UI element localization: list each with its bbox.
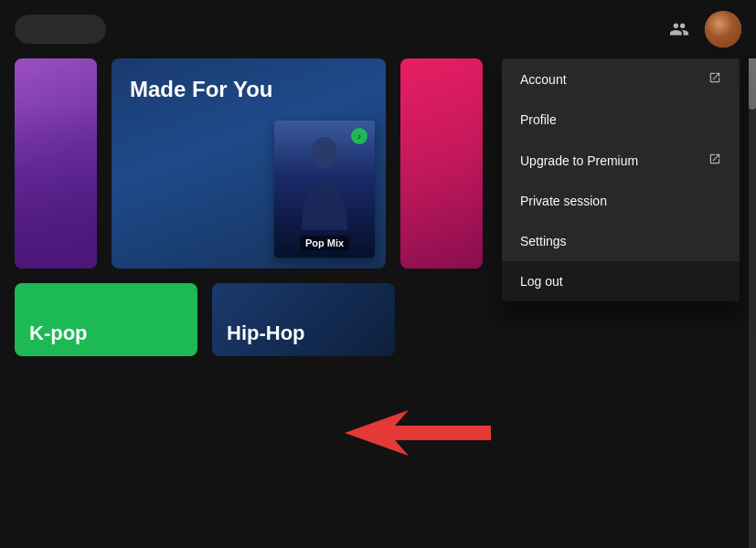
- external-link-icon-2: [708, 153, 721, 168]
- private-session-label: Private session: [520, 194, 607, 208]
- top-bar-icons: [661, 11, 741, 47]
- settings-label: Settings: [520, 234, 567, 248]
- user-dropdown-menu: Account Profile Upgrade to Premium Priva…: [502, 58, 740, 301]
- avatar: [705, 11, 741, 47]
- card-pink[interactable]: [400, 58, 483, 269]
- made-for-you-title: Made For You: [130, 77, 367, 102]
- dropdown-item-logout[interactable]: Log out: [502, 261, 740, 301]
- dropdown-item-account[interactable]: Account: [502, 58, 740, 100]
- dropdown-item-private-session[interactable]: Private session: [502, 181, 740, 221]
- profile-label: Profile: [520, 112, 557, 127]
- card-made-for-you[interactable]: Made For You ♪ Pop Mix: [112, 58, 386, 269]
- top-bar: [0, 0, 756, 58]
- card-kpop[interactable]: K-pop: [15, 283, 197, 356]
- scrollbar[interactable]: [749, 0, 756, 548]
- external-link-icon: [708, 71, 721, 87]
- card-purple[interactable]: [15, 58, 97, 269]
- pop-mix-card[interactable]: ♪ Pop Mix: [274, 121, 375, 258]
- friends-button[interactable]: [661, 11, 697, 47]
- spotify-dot: ♪: [351, 128, 367, 144]
- svg-point-0: [312, 137, 337, 168]
- upgrade-label: Upgrade to Premium: [520, 153, 638, 168]
- kpop-title: K-pop: [29, 321, 88, 345]
- search-bar-placeholder: [15, 15, 106, 44]
- friends-icon: [669, 19, 689, 39]
- account-label: Account: [520, 72, 567, 87]
- hiphop-title: Hip-Hop: [227, 321, 305, 345]
- logout-label: Log out: [520, 274, 563, 289]
- pop-mix-label: Pop Mix: [300, 236, 349, 250]
- card-hiphop[interactable]: Hip-Hop: [212, 283, 395, 356]
- dropdown-item-profile[interactable]: Profile: [502, 100, 740, 140]
- card-purple-image: [15, 104, 97, 269]
- dropdown-item-upgrade[interactable]: Upgrade to Premium: [502, 140, 740, 181]
- user-avatar-button[interactable]: [705, 11, 741, 47]
- dropdown-item-settings[interactable]: Settings: [502, 221, 740, 261]
- person-silhouette: [288, 130, 361, 230]
